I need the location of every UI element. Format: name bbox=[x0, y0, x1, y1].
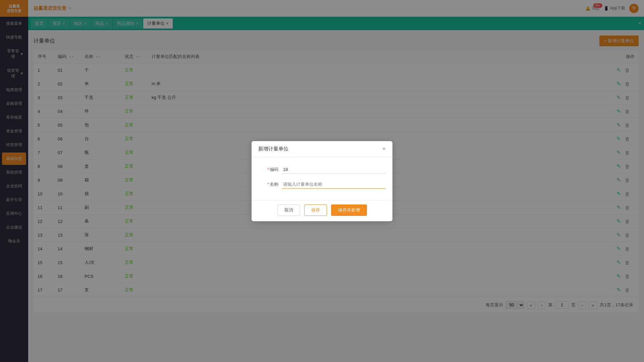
modal-overlay[interactable]: 新增计量单位 × *编码 *名称 取消 保存 保存并新增 bbox=[0, 0, 644, 362]
form-row-code: *编码 bbox=[258, 165, 386, 174]
dialog-close-button[interactable]: × bbox=[382, 146, 386, 152]
dialog-body: *编码 *名称 bbox=[252, 157, 392, 200]
save-button[interactable]: 保存 bbox=[304, 204, 327, 216]
dialog-header: 新增计量单位 × bbox=[252, 141, 392, 157]
dialog-footer: 取消 保存 保存并新增 bbox=[252, 200, 392, 221]
dialog-title: 新增计量单位 bbox=[258, 146, 288, 152]
add-unit-dialog: 新增计量单位 × *编码 *名称 取消 保存 保存并新增 bbox=[252, 141, 392, 221]
code-label: *编码 bbox=[258, 167, 278, 173]
form-row-name: *名称 bbox=[258, 180, 386, 189]
save-new-button[interactable]: 保存并新增 bbox=[331, 204, 367, 216]
code-input[interactable] bbox=[282, 165, 386, 174]
name-label: *名称 bbox=[258, 181, 278, 187]
name-input[interactable] bbox=[282, 180, 386, 189]
required-mark: * bbox=[267, 167, 269, 172]
cancel-button[interactable]: 取消 bbox=[277, 204, 300, 216]
required-mark-name: * bbox=[267, 182, 269, 187]
